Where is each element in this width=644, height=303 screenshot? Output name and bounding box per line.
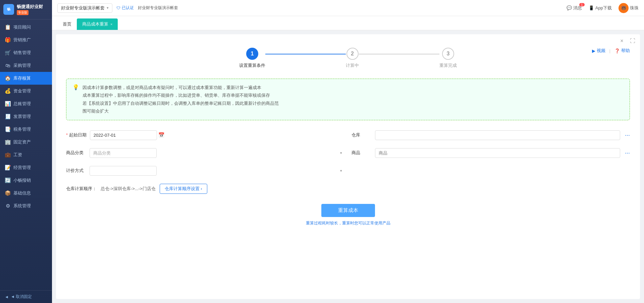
sales-icon: 🛒 bbox=[5, 50, 11, 56]
category-select-wrapper: 商品分类 ▾ bbox=[90, 148, 345, 158]
pricing-select[interactable] bbox=[90, 166, 157, 176]
goods-label: 商品 bbox=[352, 150, 372, 156]
sidebar-item-project[interactable]: 📋 项目顾问 bbox=[0, 21, 52, 34]
sidebar-item-label-operation: 经营管理 bbox=[13, 165, 31, 171]
main-area: 好业财专业版演示帐套 ▾ 🛡 已认证 好业财专业版演示帐套 💬 消息 1 📱 A… bbox=[52, 0, 644, 303]
video-link[interactable]: ▶ 视频 bbox=[592, 48, 605, 54]
bulb-icon: 💡 bbox=[72, 84, 79, 115]
pricing-label: 计价方式 bbox=[66, 168, 86, 174]
sidebar-item-label-account: 总账管理 bbox=[13, 101, 31, 107]
sidebar-item-system[interactable]: ⚙ 系统管理 bbox=[0, 200, 52, 212]
step-1-circle: 1 bbox=[246, 48, 258, 60]
goods-select-wrapper bbox=[375, 148, 620, 158]
sidebar-item-label-system: 系统管理 bbox=[13, 203, 31, 209]
sidebar-item-label-finance: 资金管理 bbox=[13, 88, 31, 94]
warehouse-group: 仓库 ··· bbox=[352, 130, 630, 140]
recalc-note: 重算过程耗时较长，重算时您可以正常使用产品 bbox=[306, 220, 390, 226]
warehouse-label: 仓库 bbox=[352, 132, 372, 138]
tab-home[interactable]: 首页 bbox=[57, 18, 77, 30]
goods-input[interactable] bbox=[375, 148, 620, 158]
help-links: ▶ 视频 | ❓ 帮助 bbox=[592, 48, 630, 54]
verified-text: 已认证 bbox=[122, 5, 134, 11]
sidebar-item-label-expense: 小畅报销 bbox=[13, 177, 31, 183]
sidebar-item-invoice[interactable]: 🧾 发票管理 bbox=[0, 110, 52, 123]
account-chevron-icon: ▾ bbox=[107, 6, 109, 10]
tab-close-icon[interactable]: × bbox=[110, 22, 112, 26]
video-label: 视频 bbox=[597, 48, 605, 54]
account-subtitle: 好业财专业版演示帐套 bbox=[138, 5, 178, 11]
sidebar-item-inventory[interactable]: 🏠 库存核算 bbox=[0, 72, 52, 85]
recalc-button[interactable]: 重算成本 bbox=[321, 204, 375, 217]
pricing-select-wrapper: ▾ bbox=[90, 166, 345, 176]
expand-icon: ⛶ bbox=[630, 38, 635, 44]
warehouse-select-wrapper bbox=[375, 130, 620, 140]
help-label: 帮助 bbox=[621, 48, 630, 54]
category-chevron-icon: ▾ bbox=[340, 151, 342, 155]
sidebar-item-label-invoice: 发票管理 bbox=[13, 114, 31, 120]
form-row-2: 商品分类 商品分类 ▾ 商品 ··· bbox=[66, 148, 630, 158]
assets-icon: 🏢 bbox=[5, 139, 11, 145]
invoice-icon: 🧾 bbox=[5, 114, 11, 120]
user-profile[interactable]: 🐻 珠珠 bbox=[619, 3, 639, 13]
avatar: 🐻 bbox=[619, 3, 629, 13]
sidebar-item-label-tax: 税务管理 bbox=[13, 126, 31, 132]
steps-container: 1 设置重算条件 2 计算中 3 重算完成 ▶ bbox=[66, 48, 630, 69]
step-3-circle: 3 bbox=[442, 48, 454, 60]
verified-badge: 🛡 已认证 bbox=[116, 5, 134, 11]
sidebar-item-tax[interactable]: 📑 税务管理 bbox=[0, 123, 52, 136]
start-date-input[interactable] bbox=[90, 130, 157, 140]
sidebar-item-basicinfo[interactable]: 📦 基础信息 bbox=[0, 187, 52, 200]
step-3-number: 3 bbox=[447, 51, 450, 57]
sidebar-header: 畅 畅捷通好业财 专业版 bbox=[0, 0, 52, 19]
app-download-button[interactable]: 📱 App下载 bbox=[589, 5, 612, 11]
calendar-icon[interactable]: 📅 bbox=[158, 132, 165, 138]
help-divider: | bbox=[609, 48, 610, 53]
sidebar-pin-toggle[interactable]: ◄ ◄ 取消固定 bbox=[0, 290, 52, 303]
warehouse-order-row: 仓库计算顺序： 总仓->深圳仓库->...->门店仓 仓库计算顺序设置 › bbox=[66, 184, 630, 194]
sidebar-item-salary[interactable]: 💼 工资 bbox=[0, 148, 52, 161]
step-1-label: 设置重算条件 bbox=[239, 62, 265, 69]
step-3: 3 重算完成 bbox=[439, 48, 457, 69]
message-button[interactable]: 💬 消息 1 bbox=[567, 5, 582, 11]
question-icon: ❓ bbox=[614, 48, 620, 53]
sidebar-item-expense[interactable]: 🔄 小畅报销 bbox=[0, 174, 52, 187]
tab-cost-recalc[interactable]: 商品成本重算 × bbox=[77, 18, 118, 30]
help-link[interactable]: ❓ 帮助 bbox=[614, 48, 630, 54]
sidebar-item-sales[interactable]: 🛒 销售管理 bbox=[0, 46, 52, 59]
goods-group: 商品 ··· bbox=[352, 148, 630, 158]
topbar: 好业财专业版演示帐套 ▾ 🛡 已认证 好业财专业版演示帐套 💬 消息 1 📱 A… bbox=[52, 0, 644, 16]
warehouse-input[interactable] bbox=[375, 130, 620, 140]
category-group: 商品分类 商品分类 ▾ bbox=[66, 148, 345, 158]
warehouse-order-settings-button[interactable]: 仓库计算顺序设置 › bbox=[160, 184, 207, 194]
operation-icon: 📝 bbox=[5, 165, 11, 171]
goods-more-icon[interactable]: ··· bbox=[625, 149, 630, 157]
inventory-icon: 🏠 bbox=[5, 75, 11, 81]
category-select[interactable]: 商品分类 bbox=[90, 148, 157, 158]
sidebar-item-operation[interactable]: 📝 经营管理 bbox=[0, 161, 52, 174]
step-1-number: 1 bbox=[251, 51, 254, 57]
sidebar-item-purchase[interactable]: 🛍 采购管理 bbox=[0, 59, 52, 72]
purchase-icon: 🛍 bbox=[5, 62, 11, 68]
content-area: × ⛶ 1 设置重算条件 2 计算中 bbox=[56, 34, 640, 299]
pin-label: ◄ 取消固定 bbox=[11, 294, 32, 300]
sidebar-item-marketing[interactable]: 🎁 营销推广 bbox=[0, 34, 52, 46]
sidebar-logo: 畅 bbox=[3, 4, 14, 15]
pin-icon: ◄ bbox=[5, 295, 9, 299]
warehouse-order-label: 仓库计算顺序： bbox=[66, 186, 97, 192]
account-selector[interactable]: 好业财专业版演示帐套 ▾ bbox=[57, 3, 112, 13]
sidebar-app-title: 畅捷通好业财 bbox=[17, 4, 43, 9]
info-box: 💡 因成本计算参数调整，或是对商品成本有疑问时，可以通过成本重算功能，重新计算一… bbox=[66, 79, 630, 120]
sidebar-item-account[interactable]: 📊 总账管理 bbox=[0, 97, 52, 110]
form-row-3: 计价方式 ▾ bbox=[66, 166, 630, 176]
pricing-group: 计价方式 ▾ bbox=[66, 166, 345, 176]
sidebar-item-label-purchase: 采购管理 bbox=[13, 62, 31, 69]
topbar-actions: 💬 消息 1 📱 App下载 🐻 珠珠 bbox=[567, 3, 639, 13]
step-2: 2 计算中 bbox=[346, 48, 359, 69]
sidebar-item-assets[interactable]: 🏢 固定资产 bbox=[0, 136, 52, 148]
expand-button[interactable]: ⛶ bbox=[629, 37, 637, 45]
sidebar-item-finance[interactable]: 💰 资金管理 bbox=[0, 85, 52, 97]
close-button[interactable]: × bbox=[618, 37, 626, 45]
warehouse-more-icon[interactable]: ··· bbox=[625, 132, 630, 139]
tab-home-label: 首页 bbox=[63, 21, 71, 27]
info-line-2: 成本重算过程中，影响库存账的操作均不能操作，比如进货单、销货单、库存单据不能审核… bbox=[83, 91, 279, 99]
